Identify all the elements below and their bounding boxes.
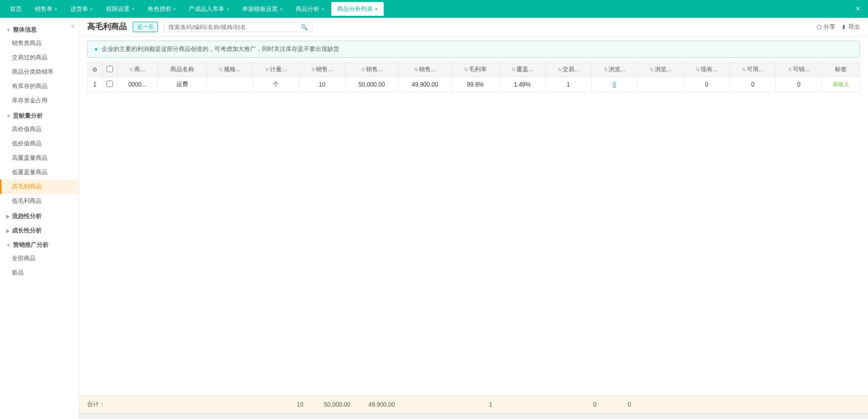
row-browse1[interactable]: 0 — [591, 77, 637, 92]
col-label: 销售... — [366, 66, 383, 73]
table-container: ⚙⇅商...商品名称⇅规格...⇅计量...⇅销售...⇅销售...⇅销售...… — [87, 62, 860, 395]
sort-icon: ⇅ — [511, 67, 515, 72]
sidebar-item-销售类商品[interactable]: 销售类商品 — [0, 36, 79, 50]
share-button[interactable]: ⬡ 分享 — [817, 23, 835, 31]
col-header-4[interactable]: ⇅规格... — [207, 62, 253, 77]
export-icon: ⬇ — [841, 24, 846, 31]
chevron-down-icon: ▼ — [6, 27, 11, 33]
col-header-15[interactable]: ⇅可用... — [730, 62, 776, 77]
col-header-6[interactable]: ⇅销售... — [299, 62, 345, 77]
sidebar-item-库存资金占用[interactable]: 库存资金占用 — [0, 93, 79, 108]
nav-tab-进货单[interactable]: 进货单× — [64, 2, 99, 16]
group-title-label: 整体信息 — [13, 26, 37, 34]
sidebar-group: ▶成长性分析 — [0, 223, 79, 237]
sidebar-item-低价值商品[interactable]: 低价值商品 — [0, 137, 79, 151]
sort-icon: ⇅ — [650, 67, 654, 72]
sidebar-item-有库存的商品[interactable]: 有库存的商品 — [0, 79, 79, 93]
sort-icon: ⇅ — [788, 67, 792, 72]
sidebar-group-title-流趋性分析[interactable]: ▶流趋性分析 — [0, 208, 79, 223]
row-checkbox-input[interactable] — [106, 81, 113, 87]
row-sales2: 50,000.00 — [345, 77, 398, 92]
nav-tab-close[interactable]: × — [90, 6, 93, 12]
nav-tab-单据模板设置[interactable]: 单据模板设置× — [236, 2, 289, 16]
nav-tab-权限设置[interactable]: 权限设置× — [100, 2, 141, 16]
group-title-label: 成长性分析 — [12, 227, 42, 235]
row-unit: 个 — [253, 77, 299, 92]
col-header-9[interactable]: ⇅毛利率 — [452, 62, 499, 77]
col-header-7[interactable]: ⇅销售... — [345, 62, 398, 77]
row-coverage: 1.49% — [499, 77, 545, 92]
nav-tab-label: 商品分析列表 — [337, 5, 373, 13]
col-header-8[interactable]: ⇅销售... — [399, 62, 452, 77]
col-header-17: 标签 — [822, 62, 860, 77]
col-header-10[interactable]: ⇅覆盖... — [499, 62, 545, 77]
row-checkbox[interactable] — [102, 77, 117, 92]
nav-tab-close[interactable]: × — [54, 6, 57, 12]
row-name: 运费 — [157, 77, 206, 92]
col-header-5[interactable]: ⇅计量... — [253, 62, 299, 77]
search-input[interactable] — [168, 24, 299, 31]
period-button[interactable]: 近一月 — [133, 22, 158, 32]
sidebar-group: ▶流趋性分析 — [0, 208, 79, 223]
sidebar-item-商品分类助销率[interactable]: 商品分类助销率 — [0, 65, 79, 79]
export-button[interactable]: ⬇ 导出 — [841, 23, 860, 31]
main-container: « ▼整体信息销售类商品交易过的商品商品分类助销率有库存的商品库存资金占用▼贡献… — [0, 18, 868, 419]
nav-tab-首页[interactable]: 首页 — [4, 2, 28, 16]
sidebar-item-高价值商品[interactable]: 高价值商品 — [0, 122, 79, 137]
col-header-2[interactable]: ⇅商... — [117, 62, 158, 77]
settings-icon[interactable]: ⚙ — [92, 66, 98, 73]
sidebar-group-title-贡献量分析[interactable]: ▼贡献量分析 — [0, 108, 79, 122]
footer-sales1: 10 — [285, 401, 315, 408]
row-sales1: 10 — [299, 77, 345, 92]
col-label: 商... — [134, 66, 145, 73]
content-area: 高毛利商品 近一月 🔍 ⬡ 分享 ⬇ 导出 ✦ 企业的主要的利润都是这部分商品创… — [79, 18, 868, 419]
row-code: 0000... — [117, 77, 158, 92]
nav-tab-close[interactable]: × — [173, 6, 176, 12]
chevron-right-icon: ▶ — [6, 214, 10, 219]
col-label: 计量... — [270, 66, 287, 73]
sidebar-item-交易过的商品[interactable]: 交易过的商品 — [0, 50, 79, 65]
select-all-checkbox[interactable] — [106, 66, 113, 72]
footer-stock2: 0 — [612, 401, 647, 408]
row-sales3: 49,900.00 — [399, 77, 452, 92]
bottom-scrollbar[interactable] — [79, 413, 868, 419]
sidebar-item-高覆盖量商品[interactable]: 高覆盖量商品 — [0, 151, 79, 165]
col-header-12[interactable]: ⇅浏览... — [591, 62, 637, 77]
nav-tab-close[interactable]: × — [132, 6, 135, 12]
search-icon[interactable]: 🔍 — [301, 24, 308, 31]
nav-tab-close[interactable]: × — [280, 6, 283, 12]
nav-tab-角色授权[interactable]: 角色授权× — [142, 2, 182, 16]
close-all-button[interactable]: × — [852, 4, 864, 13]
row-tag: 高收入 — [822, 77, 860, 92]
chevron-right-icon: ▶ — [6, 228, 10, 233]
sidebar-group-title-成长性分析[interactable]: ▶成长性分析 — [0, 223, 79, 237]
col-header-0: ⚙ — [88, 62, 102, 77]
nav-tab-商品分析[interactable]: 商品分析× — [290, 2, 330, 16]
row-stock1: 0 — [684, 77, 730, 92]
col-label: 标签 — [835, 66, 847, 73]
sidebar-group-title-整体信息[interactable]: ▼整体信息 — [0, 22, 79, 36]
sidebar-item-低毛利商品[interactable]: 低毛利商品 — [0, 194, 79, 208]
sidebar-item-全部商品[interactable]: 全部商品 — [0, 251, 79, 266]
col-header-14[interactable]: ⇅现有... — [684, 62, 730, 77]
col-header-16[interactable]: ⇅可销... — [776, 62, 822, 77]
sort-icon: ⇅ — [414, 67, 418, 72]
sidebar-group-title-营销推广分析[interactable]: ▼营销推广分析 — [0, 237, 79, 251]
col-header-11[interactable]: ⇅交易... — [545, 62, 591, 77]
nav-tab-销售单[interactable]: 销售单× — [29, 2, 63, 16]
browse-link[interactable]: 0 — [613, 81, 616, 88]
sort-icon: ⇅ — [464, 67, 468, 72]
nav-tab-close[interactable]: × — [226, 6, 229, 12]
col-header-13[interactable]: ⇅浏览... — [637, 62, 683, 77]
group-title-label: 营销推广分析 — [13, 241, 49, 249]
nav-tab-close[interactable]: × — [321, 6, 324, 12]
sidebar-collapse-button[interactable]: « — [71, 22, 75, 30]
nav-tab-商品分析列表[interactable]: 商品分析列表× — [331, 2, 384, 16]
nav-tab-close[interactable]: × — [375, 6, 378, 12]
col-label: 浏览... — [609, 66, 625, 73]
sidebar-item-新品[interactable]: 新品 — [0, 266, 79, 280]
sidebar-item-高毛利商品[interactable]: 高毛利商品 — [0, 180, 79, 194]
row-browse2 — [637, 77, 683, 92]
nav-tab-产成品入库单[interactable]: 产成品入库单× — [183, 2, 235, 16]
sidebar-item-低覆盖量商品[interactable]: 低覆盖量商品 — [0, 165, 79, 180]
